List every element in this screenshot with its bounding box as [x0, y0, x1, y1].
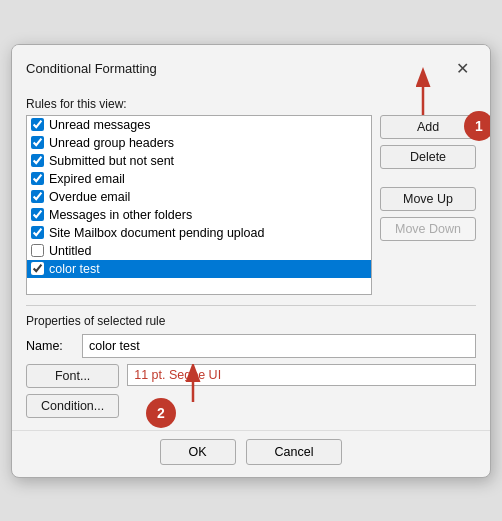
rule-label: Untitled [49, 244, 91, 258]
rule-action-buttons: Add Delete Move Up Move Down 1 [380, 115, 476, 295]
dialog-content: Rules for this view: Unread messages Unr… [12, 89, 490, 430]
close-button[interactable]: ✕ [448, 55, 476, 83]
rule-label: Unread messages [49, 118, 150, 132]
move-up-button[interactable]: Move Up [380, 187, 476, 211]
dialog-footer: OK Cancel [12, 430, 490, 477]
rules-list-container[interactable]: Unread messages Unread group headers Sub… [26, 115, 372, 295]
rule-checkbox[interactable] [31, 244, 44, 257]
rules-section-label: Rules for this view: [26, 97, 476, 111]
rule-label: Expired email [49, 172, 125, 186]
rules-list: Unread messages Unread group headers Sub… [27, 116, 371, 278]
rule-label: color test [49, 262, 100, 276]
font-preview: 11 pt. Segoe UI [127, 364, 476, 386]
list-item[interactable]: Site Mailbox document pending upload [27, 224, 371, 242]
add-button[interactable]: Add [380, 115, 476, 139]
list-item[interactable]: Submitted but not sent [27, 152, 371, 170]
properties-label: Properties of selected rule [26, 314, 476, 328]
properties-actions: Font... Condition... 11 pt. Segoe UI 2 [26, 364, 476, 418]
rule-checkbox[interactable] [31, 190, 44, 203]
separator [26, 305, 476, 306]
rule-checkbox[interactable] [31, 208, 44, 221]
name-row: Name: [26, 334, 476, 358]
cancel-button[interactable]: Cancel [246, 439, 343, 465]
rule-checkbox[interactable] [31, 118, 44, 131]
conditional-formatting-dialog: Conditional Formatting ✕ Rules for this … [11, 44, 491, 478]
list-item[interactable]: Unread group headers [27, 134, 371, 152]
list-item-selected[interactable]: color test [27, 260, 371, 278]
rule-label: Messages in other folders [49, 208, 192, 222]
rule-checkbox[interactable] [31, 262, 44, 275]
list-item[interactable]: Untitled [27, 242, 371, 260]
ok-button[interactable]: OK [160, 439, 236, 465]
rule-checkbox[interactable] [31, 154, 44, 167]
rule-label: Submitted but not sent [49, 154, 174, 168]
rule-checkbox[interactable] [31, 172, 44, 185]
name-label: Name: [26, 339, 74, 353]
rule-checkbox[interactable] [31, 136, 44, 149]
delete-button[interactable]: Delete [380, 145, 476, 169]
list-item[interactable]: Overdue email [27, 188, 371, 206]
rule-checkbox[interactable] [31, 226, 44, 239]
move-down-button[interactable]: Move Down [380, 217, 476, 241]
condition-button[interactable]: Condition... [26, 394, 119, 418]
rules-area: Unread messages Unread group headers Sub… [26, 115, 476, 295]
dialog-title: Conditional Formatting [26, 61, 157, 76]
font-button[interactable]: Font... [26, 364, 119, 388]
list-item[interactable]: Messages in other folders [27, 206, 371, 224]
list-item[interactable]: Expired email [27, 170, 371, 188]
rule-label: Unread group headers [49, 136, 174, 150]
name-input[interactable] [82, 334, 476, 358]
title-bar: Conditional Formatting ✕ [12, 45, 490, 89]
list-item[interactable]: Unread messages [27, 116, 371, 134]
rule-label: Overdue email [49, 190, 130, 204]
rule-label: Site Mailbox document pending upload [49, 226, 264, 240]
